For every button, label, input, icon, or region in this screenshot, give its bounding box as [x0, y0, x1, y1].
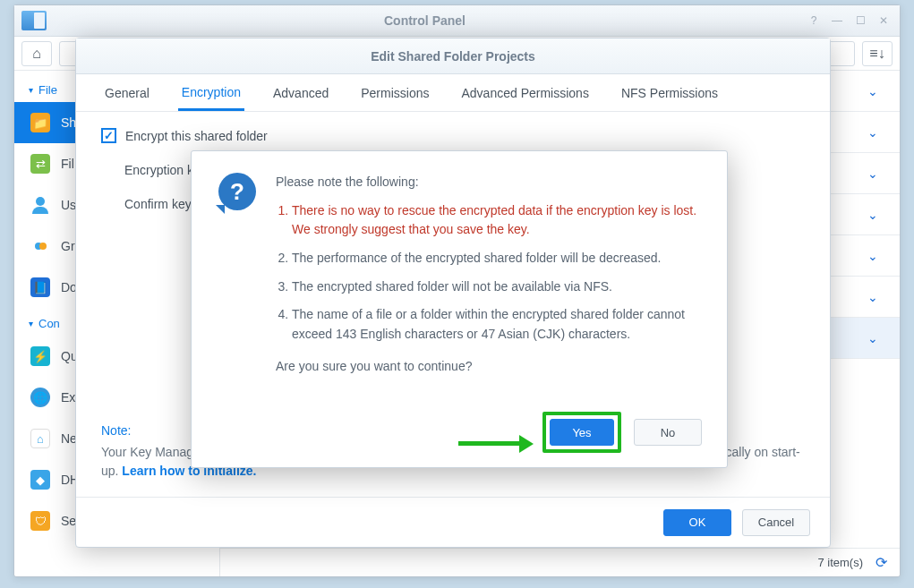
confirm-body: ? Please note the following: There is no… — [218, 173, 700, 377]
file-services-icon: ⇄ — [30, 154, 50, 174]
confirm-list: There is no way to rescue the encrypted … — [276, 201, 700, 345]
confirm-item-1: There is no way to rescue the encrypted … — [292, 201, 700, 240]
yes-button[interactable]: Yes — [550, 419, 614, 446]
encrypt-checkbox-row: ✓ Encrypt this shared folder — [101, 128, 805, 143]
chevron-down-icon: ⌄ — [867, 331, 878, 345]
encrypt-label: Encrypt this shared folder — [125, 129, 268, 143]
instruction-arrow — [458, 441, 521, 446]
window-title: Control Panel — [47, 13, 803, 28]
dialog-footer: OK Cancel — [76, 497, 830, 547]
no-button[interactable]: No — [634, 419, 702, 446]
question-icon: ? — [218, 173, 256, 210]
sidebar-label: Ex — [61, 390, 75, 405]
dhcp-icon: ◆ — [30, 470, 50, 490]
network-icon: ⌂ — [30, 429, 50, 448]
chevron-down-icon: ⌄ — [867, 84, 878, 98]
app-icon — [21, 11, 47, 30]
dialog-title: Edit Shared Folder Projects — [76, 38, 830, 74]
encrypt-checkbox[interactable]: ✓ — [101, 128, 116, 143]
home-icon: ⌂ — [32, 46, 41, 62]
minimize-button[interactable]: — — [826, 12, 848, 30]
refresh-icon[interactable]: ⟳ — [876, 554, 887, 571]
confirm-item-4: The name of a file or a folder within th… — [292, 305, 700, 344]
confirm-question: Are you sure you want to continue? — [276, 357, 700, 377]
confirm-footer: Yes No — [542, 412, 702, 453]
sidebar-label: Us — [61, 198, 76, 212]
confirm-content: Please note the following: There is no w… — [276, 173, 700, 377]
tab-nfs-permissions[interactable]: NFS Permissions — [618, 77, 722, 109]
user-icon — [30, 195, 50, 215]
sidebar-label: Sh — [61, 115, 76, 130]
shield-icon: 🛡 — [30, 511, 50, 531]
help-button[interactable]: ? — [803, 12, 824, 30]
confirm-item-3: The encrypted shared folder will not be … — [292, 277, 700, 297]
chevron-down-icon: ⌄ — [867, 208, 878, 222]
globe-icon: 🌐 — [30, 388, 50, 407]
status-bar: 7 item(s) ⟳ — [220, 548, 900, 576]
close-button[interactable]: ✕ — [873, 12, 894, 30]
folder-share-icon: 📁 — [30, 113, 50, 132]
tab-encryption[interactable]: Encryption — [178, 76, 244, 111]
chevron-down-icon: ⌄ — [867, 290, 878, 304]
chevron-down-icon: ⌄ — [867, 125, 878, 140]
titlebar: Control Panel ? — ☐ ✕ — [14, 5, 900, 37]
quickconnect-icon: ⚡ — [30, 346, 50, 366]
window-controls: ? — ☐ ✕ — [803, 12, 894, 30]
tab-general[interactable]: General — [101, 77, 153, 109]
yes-highlight: Yes — [542, 412, 621, 453]
confirm-heading: Please note the following: — [276, 173, 700, 192]
chevron-down-icon: ⌄ — [867, 249, 878, 263]
item-count: 7 item(s) — [817, 556, 863, 569]
sidebar-label: Gr — [61, 239, 75, 253]
sidebar-label: Fil — [61, 157, 74, 171]
dialog-tabs: General Encryption Advanced Permissions … — [76, 74, 830, 112]
group-icon — [30, 236, 50, 256]
home-button[interactable]: ⌂ — [21, 41, 52, 66]
chevron-down-icon: ⌄ — [867, 166, 878, 181]
sort-button[interactable]: ≡↓ — [862, 41, 893, 66]
tab-advanced-permissions[interactable]: Advanced Permissions — [458, 77, 593, 109]
confirm-item-2: The performance of the encrypted shared … — [292, 249, 700, 268]
confirm-dialog: ? Please note the following: There is no… — [191, 150, 728, 468]
ok-button[interactable]: OK — [663, 509, 731, 536]
maximize-button[interactable]: ☐ — [850, 12, 871, 30]
tab-advanced[interactable]: Advanced — [269, 77, 332, 109]
domain-icon: 📘 — [30, 277, 50, 297]
tab-permissions[interactable]: Permissions — [357, 77, 432, 109]
cancel-button[interactable]: Cancel — [742, 509, 810, 536]
